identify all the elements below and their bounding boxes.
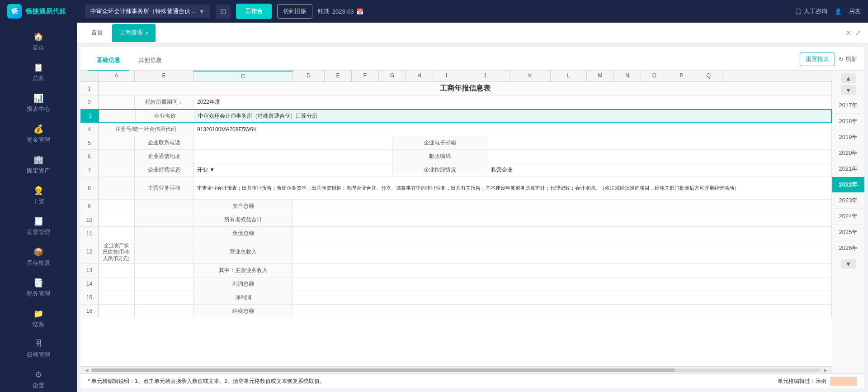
tab-other-info-label: 其他信息 — [138, 57, 162, 63]
table-body: 1 工商年报信息表 2 税款所属期间： 2022年度 3 — [80, 82, 832, 366]
cell-16-value[interactable] — [293, 305, 832, 318]
cell-12-b — [135, 240, 193, 263]
col-header-j: J — [460, 71, 510, 81]
cell-10-label: 所有者权益合计 — [193, 213, 293, 226]
sidebar-item-tax[interactable]: 📑 税务管理 — [0, 272, 77, 303]
sidebar-item-home[interactable]: 🏠 首页 — [0, 26, 77, 57]
table-row: 5 企业联系电话 企业电子邮箱 — [80, 136, 832, 150]
sidebar-item-archive[interactable]: 🗄 归档管理 — [0, 334, 77, 364]
row-num-15: 15 — [80, 291, 99, 304]
col-header-f: F — [352, 71, 379, 81]
table-row: 6 企业通信地址 邮政编码 — [80, 150, 832, 163]
cell-7-share[interactable]: 私营企业 — [487, 163, 832, 177]
sidebar-item-salary[interactable]: 👷 工资 — [0, 180, 77, 211]
col-header-i: I — [433, 71, 460, 81]
year-item-2019[interactable]: 2019年 — [832, 129, 864, 145]
cell-6-label: 企业通信地址 — [135, 150, 193, 163]
cell-7-status[interactable]: 开业 ▼ — [193, 163, 392, 177]
table-row: 2 税款所属期间： 2022年度 — [80, 96, 832, 109]
hscroll-track[interactable] — [91, 368, 821, 372]
cell-13-value[interactable] — [293, 264, 832, 277]
service-button[interactable]: 🎧 人工咨询 — [795, 7, 827, 15]
cell-15-value[interactable] — [293, 291, 832, 304]
cell-5-email[interactable] — [487, 136, 832, 149]
cell-3-value[interactable]: 中审众环会计师事务所（特殊普通合伙）江苏分所 — [194, 110, 831, 122]
tax-icon: 📑 — [33, 278, 43, 288]
scroll-right-icon[interactable]: ► — [821, 367, 830, 373]
closing-icon: 📁 — [33, 309, 43, 319]
copy-button[interactable]: ⊡ — [216, 5, 231, 19]
table-row: 11 负债总额 — [80, 227, 832, 240]
sidebar-item-inventory[interactable]: 📦 库存核算 — [0, 242, 77, 272]
cell-3-a — [99, 110, 136, 122]
row-num-1: 1 — [80, 82, 99, 95]
cell-9-value[interactable] — [293, 200, 832, 213]
sidebar-item-closing[interactable]: 📁 结账 — [0, 303, 77, 334]
year-item-2023[interactable]: 2023年 — [832, 193, 864, 209]
cell-3-b: 企业名称 — [136, 110, 194, 122]
year-scroll-down-bottom[interactable]: ▼ — [841, 259, 856, 269]
cell-9-label: 资产总额 — [193, 200, 293, 213]
company-selector[interactable]: 中审众环会计师事务所（特殊普通合伙... ▼ — [85, 5, 210, 18]
close-window-icon[interactable]: ✕ — [845, 29, 851, 37]
year-item-2026[interactable]: 2026年 — [832, 240, 864, 256]
year-item-2025[interactable]: 2025年 — [832, 225, 864, 240]
tab-business[interactable]: 工商管理 × — [112, 24, 156, 42]
sidebar-label-reports: 报表中心 — [27, 105, 50, 113]
switch-version-button[interactable]: 切到旧版 — [277, 4, 312, 19]
tab-basic-info[interactable]: 基础信息 — [88, 53, 129, 71]
cell-6-address[interactable] — [193, 150, 392, 163]
col-header-k: K — [510, 71, 551, 81]
cell-14-b — [135, 277, 193, 291]
cell-4-value[interactable]: 91320100MA208E5W6K — [193, 123, 832, 136]
cell-10-value[interactable] — [293, 213, 832, 226]
expand-icon[interactable]: ⤢ — [855, 29, 861, 37]
refresh-button[interactable]: ↻ 刷新 — [839, 55, 857, 63]
year-item-2021[interactable]: 2021年 — [832, 161, 864, 177]
sidebar-item-settings[interactable]: ⚙ 设置 — [0, 364, 77, 392]
year-item-2017[interactable]: 2017年 — [832, 98, 864, 114]
tab-close-icon[interactable]: × — [146, 30, 148, 35]
cell-14-value[interactable] — [293, 277, 832, 291]
cell-6-a — [99, 150, 135, 163]
workbench-button[interactable]: 工作台 — [236, 4, 272, 19]
cell-2-b: 税款所属期间： — [135, 96, 193, 109]
tab-home[interactable]: 首页 — [84, 24, 110, 42]
cell-9-b — [135, 200, 193, 213]
cell-6-postal[interactable] — [487, 150, 832, 163]
cell-2-value[interactable]: 2022年度 — [193, 96, 832, 109]
year-item-2020[interactable]: 2020年 — [832, 145, 864, 161]
scroll-left-icon[interactable]: ◄ — [82, 367, 91, 373]
tab-other-info[interactable]: 其他信息 — [129, 53, 171, 71]
cell-8-value[interactable]: 审查企业会计报表；出具审计报告；验证企业资本；出具验资报告；办理企业合并、分立、… — [193, 177, 832, 199]
table-row: 7 企业经营状态 开业 ▼ 企业控股情况 私营企业 — [80, 163, 832, 177]
year-item-2018[interactable]: 2018年 — [832, 114, 864, 129]
year-item-2022[interactable]: 2022年 — [832, 177, 864, 193]
cell-11-label: 负债总额 — [193, 227, 293, 240]
col-header-b: B — [135, 71, 193, 81]
main-layout: 🏠 首页 📋 总账 📊 报表中心 💰 资金管理 🏢 固定资产 👷 工资 🧾 发票… — [0, 23, 868, 392]
title-cell[interactable]: 工商年报信息表 — [99, 82, 832, 95]
sidebar-label-ledger: 总账 — [33, 74, 44, 82]
home-icon: 🏠 — [33, 32, 43, 42]
cell-12-value[interactable] — [293, 240, 832, 263]
sidebar-label-settings: 设置 — [33, 382, 44, 390]
cell-5-phone[interactable] — [193, 136, 392, 149]
year-scroll-down-top[interactable]: ▼ — [841, 85, 856, 95]
cell-7-a — [99, 163, 135, 177]
sidebar-item-ledger[interactable]: 📋 总账 — [0, 57, 77, 88]
sidebar-label-inventory: 库存核算 — [27, 259, 50, 267]
hscroll-bar[interactable]: ◄ ► — [80, 366, 832, 373]
reset-button[interactable]: 重置报表 — [800, 53, 835, 66]
sidebar-item-invoice[interactable]: 🧾 发票管理 — [0, 211, 77, 242]
sidebar-item-assets[interactable]: 🏢 固定资产 — [0, 149, 77, 180]
col-headers: A B C D E F G H I J K L M N O — [80, 71, 832, 82]
year-item-2024[interactable]: 2024年 — [832, 209, 864, 225]
sidebar-item-reports[interactable]: 📊 报表中心 — [0, 88, 77, 119]
year-scroll-up[interactable]: ▲ — [841, 73, 856, 83]
hscroll-thumb[interactable] — [91, 368, 675, 372]
sidebar-item-finance[interactable]: 💰 资金管理 — [0, 119, 77, 149]
period-label: 账期 — [318, 7, 330, 15]
calendar-icon[interactable]: 📅 — [356, 8, 363, 15]
cell-11-value[interactable] — [293, 227, 832, 240]
